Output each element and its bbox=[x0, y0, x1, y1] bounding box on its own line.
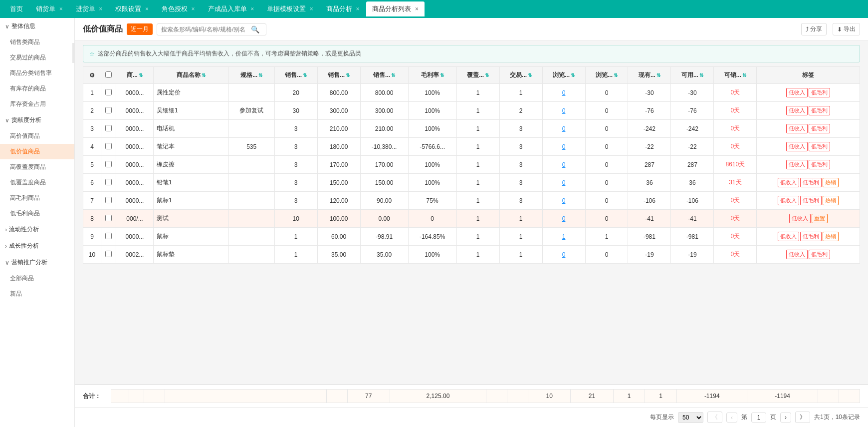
nav-close-product-stock[interactable]: × bbox=[250, 5, 254, 12]
col-spec[interactable]: 规格...⇅ bbox=[228, 67, 274, 84]
search-icon[interactable]: 🔍 bbox=[251, 25, 259, 33]
sidebar-item-stock-goods[interactable]: 有库存的商品 bbox=[0, 81, 74, 96]
cell-checkbox[interactable] bbox=[101, 228, 116, 246]
sidebar-item-category-sales[interactable]: 商品分类销售率 bbox=[0, 65, 74, 81]
sidebar-section-growth[interactable]: › 成长性分析 bbox=[0, 238, 74, 254]
nav-close-role[interactable]: × bbox=[192, 5, 195, 12]
sidebar-item-high-margin[interactable]: 高毛利商品 bbox=[0, 190, 74, 206]
nav-purchase-order[interactable]: 进货单 × bbox=[70, 1, 109, 16]
browse1-link[interactable]: 0 bbox=[562, 143, 566, 150]
settings-icon[interactable]: ⚙ bbox=[89, 72, 95, 79]
cell-browse1[interactable]: 0 bbox=[542, 120, 585, 138]
last-page-btn[interactable]: 》 bbox=[795, 412, 810, 423]
sidebar-section-contribution[interactable]: ∨ 贡献度分析 bbox=[0, 112, 74, 128]
cell-browse1[interactable]: 0 bbox=[542, 246, 585, 264]
export-btn[interactable]: ⬇ 导出 bbox=[833, 23, 860, 35]
sidebar-item-low-margin[interactable]: 低毛利商品 bbox=[0, 206, 74, 221]
col-coverage[interactable]: 覆盖...⇅ bbox=[456, 67, 499, 84]
nav-home[interactable]: 首页 bbox=[4, 1, 29, 16]
cell-checkbox[interactable] bbox=[101, 174, 116, 192]
row-checkbox[interactable] bbox=[105, 197, 112, 203]
browse1-link[interactable]: 0 bbox=[562, 251, 566, 258]
nav-close-purchase[interactable]: × bbox=[99, 5, 102, 12]
cell-checkbox[interactable] bbox=[101, 102, 116, 120]
sidebar-item-traded-goods[interactable]: 交易过的商品 bbox=[0, 50, 74, 65]
nav-close-analysis[interactable]: × bbox=[356, 5, 359, 12]
cell-browse1[interactable]: 0 bbox=[542, 84, 585, 102]
col-checkbox[interactable] bbox=[101, 67, 116, 84]
col-sales-profit[interactable]: 销售...⇅ bbox=[360, 67, 408, 84]
col-transaction[interactable]: 交易...⇅ bbox=[499, 67, 542, 84]
sidebar-collapse-btn[interactable]: « bbox=[72, 43, 75, 63]
row-checkbox[interactable] bbox=[105, 143, 112, 149]
browse1-link[interactable]: 0 bbox=[562, 125, 566, 132]
nav-permission[interactable]: 权限设置 × bbox=[109, 1, 155, 16]
nav-close-template[interactable]: × bbox=[310, 5, 313, 12]
col-available[interactable]: 可用...⇅ bbox=[671, 67, 714, 84]
share-btn[interactable]: ⤴ 分享 bbox=[801, 23, 827, 35]
cell-browse1[interactable]: 0 bbox=[542, 210, 585, 228]
page-size-select[interactable]: 50 100 bbox=[678, 412, 703, 423]
col-sales-amount[interactable]: 销售...⇅ bbox=[317, 67, 360, 84]
col-sales-qty[interactable]: 销售...⇅ bbox=[274, 67, 317, 84]
cell-browse1[interactable]: 0 bbox=[542, 102, 585, 120]
browse1-link[interactable]: 1 bbox=[562, 233, 566, 240]
cell-browse1[interactable]: 0 bbox=[542, 156, 585, 174]
cell-checkbox[interactable] bbox=[101, 84, 116, 102]
sidebar-section-liquidity[interactable]: › 流动性分析 bbox=[0, 221, 74, 238]
nav-product-analysis[interactable]: 商品分析 × bbox=[320, 1, 366, 16]
cell-browse1[interactable]: 0 bbox=[542, 138, 585, 156]
col-current-stock[interactable]: 现有...⇅ bbox=[628, 67, 671, 84]
browse1-link[interactable]: 0 bbox=[562, 179, 566, 186]
page-number-input[interactable] bbox=[751, 413, 766, 423]
browse1-link[interactable]: 0 bbox=[562, 197, 566, 204]
sidebar-item-stock-capital[interactable]: 库存资金占用 bbox=[0, 96, 74, 112]
browse1-link[interactable]: 0 bbox=[562, 215, 566, 222]
nav-template-setting[interactable]: 单据模板设置 × bbox=[261, 1, 319, 16]
row-checkbox[interactable] bbox=[105, 107, 112, 113]
search-input[interactable] bbox=[161, 26, 251, 33]
cell-browse1[interactable]: 0 bbox=[542, 192, 585, 210]
sidebar-item-low-value[interactable]: 低价值商品 bbox=[0, 144, 74, 159]
sidebar-item-new-goods[interactable]: 新品 bbox=[0, 286, 74, 302]
col-gross-margin[interactable]: 毛利率⇅ bbox=[408, 67, 456, 84]
cell-checkbox[interactable] bbox=[101, 246, 116, 264]
cell-checkbox[interactable] bbox=[101, 156, 116, 174]
table-container[interactable]: ⚙ 商...⇅ 商品名称⇅ 规格...⇅ 销售...⇅ 销售...⇅ 销售...… bbox=[83, 66, 860, 384]
row-checkbox[interactable] bbox=[105, 125, 112, 131]
cell-browse1[interactable]: 0 bbox=[542, 174, 585, 192]
row-checkbox[interactable] bbox=[105, 161, 112, 167]
sidebar-item-all-goods[interactable]: 全部商品 bbox=[0, 271, 74, 286]
nav-product-analysis-list[interactable]: 商品分析列表 × bbox=[366, 1, 425, 16]
row-checkbox[interactable] bbox=[105, 251, 112, 257]
browse1-link[interactable]: 0 bbox=[562, 89, 566, 96]
browse1-link[interactable]: 0 bbox=[562, 107, 566, 114]
nav-close-permission[interactable]: × bbox=[145, 5, 149, 12]
select-all-checkbox[interactable] bbox=[105, 71, 112, 78]
cell-browse1[interactable]: 1 bbox=[542, 228, 585, 246]
browse1-link[interactable]: 0 bbox=[562, 161, 566, 168]
col-name[interactable]: 商品名称⇅ bbox=[153, 67, 228, 84]
nav-role-auth[interactable]: 角色授权 × bbox=[156, 1, 201, 16]
sidebar-item-high-value[interactable]: 高价值商品 bbox=[0, 128, 74, 144]
cell-checkbox[interactable] bbox=[101, 210, 116, 228]
col-sellable[interactable]: 可销...⇅ bbox=[714, 67, 757, 84]
row-checkbox[interactable] bbox=[105, 89, 112, 95]
cell-checkbox[interactable] bbox=[101, 192, 116, 210]
col-browse1[interactable]: 浏览...⇅ bbox=[542, 67, 585, 84]
sidebar-item-sales-goods[interactable]: 销售类商品 bbox=[0, 34, 74, 50]
cell-checkbox[interactable] bbox=[101, 120, 116, 138]
sidebar-item-high-coverage[interactable]: 高覆盖度商品 bbox=[0, 159, 74, 175]
first-page-btn[interactable]: 《 bbox=[707, 412, 722, 423]
sidebar-item-low-coverage[interactable]: 低覆盖度商品 bbox=[0, 175, 74, 190]
next-page-btn[interactable]: › bbox=[780, 413, 791, 423]
prev-page-btn[interactable]: ‹ bbox=[726, 413, 737, 423]
row-checkbox[interactable] bbox=[105, 233, 112, 239]
col-settings[interactable]: ⚙ bbox=[83, 67, 101, 84]
sidebar-section-marketing[interactable]: ∨ 营销推广分析 bbox=[0, 254, 74, 271]
row-checkbox[interactable] bbox=[105, 215, 112, 221]
nav-sales-order[interactable]: 销货单 × bbox=[30, 1, 69, 16]
col-browse2[interactable]: 浏览...⇅ bbox=[585, 67, 628, 84]
nav-close-sales[interactable]: × bbox=[59, 5, 63, 12]
sidebar-section-overall[interactable]: ∨ 整体信息 bbox=[0, 18, 74, 34]
